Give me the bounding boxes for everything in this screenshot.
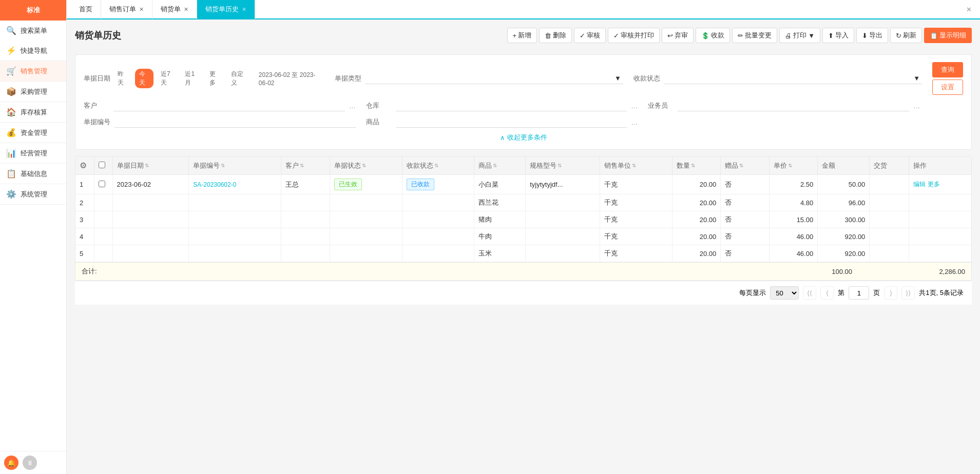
pause-button[interactable]: ⏸: [23, 456, 37, 470]
logo-text: 标准: [27, 6, 40, 15]
audit-print-button[interactable]: ✓ 审核并打印: [608, 28, 660, 43]
last-page-button[interactable]: ⟩⟩: [901, 286, 915, 300]
date-tag-custom[interactable]: 自定义: [227, 69, 251, 88]
tab-sales-delivery[interactable]: 销货单 ✕: [152, 0, 197, 19]
th-unit-label: 销售单位: [604, 161, 631, 170]
delete-button[interactable]: 🗑 删除: [539, 28, 572, 43]
salesperson-dots[interactable]: …: [913, 102, 920, 110]
select-all-checkbox[interactable]: [99, 162, 105, 168]
cell-unit-price: 46.00: [769, 245, 817, 262]
sidebar-item-finance[interactable]: 💰 资金管理: [0, 123, 66, 143]
th-amount-label: 金额: [822, 162, 835, 169]
salesperson-label: 业务员: [648, 101, 674, 110]
product-dots[interactable]: …: [631, 118, 638, 126]
prev-page-button[interactable]: ⟨: [820, 286, 834, 300]
cell-customer: [281, 194, 330, 211]
sidebar-item-system[interactable]: ⚙️ 系统管理: [0, 184, 66, 205]
sidebar-item-purchase-mgmt[interactable]: 📦 采购管理: [0, 82, 66, 102]
edit-link[interactable]: 编辑: [913, 181, 926, 188]
doc-type-select[interactable]: ▼: [366, 73, 623, 84]
export-icon: ⬇: [862, 32, 868, 40]
batch-change-button[interactable]: ✏ 批量变更: [732, 28, 777, 43]
settings-button[interactable]: 设置: [932, 80, 963, 95]
tab-home[interactable]: 首页: [71, 0, 101, 19]
doc-number-input[interactable]: [114, 116, 356, 128]
import-icon: ⬆: [828, 32, 834, 40]
th-unit[interactable]: 销售单位 ⇅: [600, 156, 672, 175]
cell-gift: 否: [721, 194, 769, 211]
th-doc-no[interactable]: 单据编号 ⇅: [189, 156, 281, 175]
cell-unit: 千克: [600, 194, 672, 211]
sort-icon-product: ⇅: [493, 163, 497, 168]
date-tag-last7days[interactable]: 近7天: [157, 69, 178, 88]
data-table-container: ⚙ 单据日期 ⇅ 单据编号: [75, 156, 972, 281]
tab-sales-order[interactable]: 销售订单 ✕: [101, 0, 152, 19]
date-tag-more[interactable]: 更多: [205, 69, 224, 88]
show-detail-button[interactable]: 📋 显示明细: [924, 28, 972, 43]
tab-sales-order-close[interactable]: ✕: [139, 6, 144, 13]
sidebar-search[interactable]: 🔍 搜索菜单: [0, 21, 66, 41]
th-product[interactable]: 商品 ⇅: [474, 156, 526, 175]
sidebar-search-label: 搜索菜单: [21, 26, 47, 35]
th-doc-status[interactable]: 单据状态 ⇅: [330, 156, 402, 175]
product-input[interactable]: [396, 116, 627, 128]
sales-icon: 🛒: [6, 66, 16, 76]
doc-no-link[interactable]: SA-20230602-0: [193, 181, 236, 188]
tab-sales-delivery-close[interactable]: ✕: [184, 6, 188, 13]
th-spec[interactable]: 规格型号 ⇅: [526, 156, 600, 175]
sidebar-item-inventory[interactable]: 🏠 库存核算: [0, 102, 66, 123]
notification-button[interactable]: 🔔: [4, 456, 18, 470]
more-link[interactable]: 更多: [928, 181, 940, 188]
th-customer[interactable]: 客户 ⇅: [281, 156, 330, 175]
abandon-button[interactable]: ↩ 弃审: [662, 28, 694, 43]
new-button[interactable]: + 新增: [507, 28, 537, 43]
query-button[interactable]: 查询: [932, 62, 963, 77]
refresh-button[interactable]: ↻ 刷新: [890, 28, 922, 43]
warehouse-input[interactable]: [396, 100, 627, 111]
import-button[interactable]: ⬆ 导入: [822, 28, 854, 43]
date-tag-yesterday[interactable]: 昨天: [113, 69, 132, 88]
cell-product: 玉米: [474, 245, 526, 262]
cell-transaction: [870, 194, 909, 211]
th-settings[interactable]: ⚙: [75, 156, 94, 175]
next-page-button[interactable]: ⟩: [884, 286, 897, 300]
abandon-icon: ↩: [667, 32, 673, 40]
print-button[interactable]: 🖨 打印 ▼: [779, 28, 820, 43]
th-operation: 操作: [909, 156, 971, 175]
date-tag-last1month[interactable]: 近1月: [181, 69, 202, 88]
collapse-button[interactable]: ∧ 收起更多条件: [84, 133, 963, 142]
sidebar-item-quick-nav[interactable]: ⚡ 快捷导航: [0, 41, 66, 61]
customer-input[interactable]: [113, 100, 345, 111]
customer-dots[interactable]: …: [349, 102, 356, 110]
collect-button[interactable]: 💲 收款: [696, 28, 730, 43]
cell-unit: 千克: [600, 175, 672, 194]
warehouse-dots[interactable]: …: [631, 102, 638, 110]
purchase-icon: 📦: [6, 87, 16, 96]
tab-sales-history[interactable]: 销货单历史 ✕: [197, 0, 255, 19]
th-unit-price[interactable]: 单价 ⇅: [769, 156, 817, 175]
th-collect-status[interactable]: 收款状态 ⇅: [402, 156, 474, 175]
main-area: 首页 销售订单 ✕ 销货单 ✕ 销货单历史 ✕ ✕ 销货单历史 + 新增: [67, 0, 980, 474]
window-close-icon[interactable]: ✕: [966, 6, 972, 13]
cell-unit: 千克: [600, 228, 672, 245]
salesperson-input[interactable]: [678, 100, 909, 111]
tab-sales-history-close[interactable]: ✕: [242, 6, 246, 13]
audit-button[interactable]: ✓ 审核: [574, 28, 606, 43]
row-checkbox[interactable]: [99, 181, 105, 187]
page-input[interactable]: [849, 286, 869, 300]
sidebar-item-sales-mgmt[interactable]: 🛒 销售管理: [0, 61, 66, 82]
th-transaction-label: 交货: [874, 162, 887, 169]
collect-status-select[interactable]: ▼: [664, 73, 922, 84]
first-page-button[interactable]: ⟨⟨: [803, 286, 816, 300]
th-date[interactable]: 单据日期 ⇅: [112, 156, 189, 175]
settings-gear-icon[interactable]: ⚙: [80, 161, 87, 170]
page-size-select[interactable]: 50 100 200: [770, 286, 799, 300]
cell-transaction: [870, 228, 909, 245]
export-button[interactable]: ⬇ 导出: [856, 28, 888, 43]
th-quantity[interactable]: 数量 ⇅: [672, 156, 720, 175]
cell-customer: [281, 228, 330, 245]
th-gift[interactable]: 赠品 ⇅: [721, 156, 769, 175]
date-tag-today[interactable]: 今天: [135, 69, 153, 88]
sidebar-item-basic-info[interactable]: 📋 基础信息: [0, 164, 66, 184]
sidebar-item-operation[interactable]: 📊 经营管理: [0, 143, 66, 164]
